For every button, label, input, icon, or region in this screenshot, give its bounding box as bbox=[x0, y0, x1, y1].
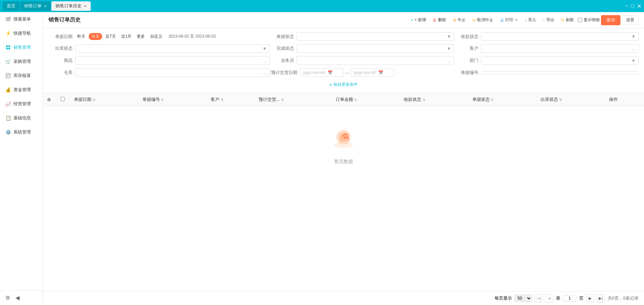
settings-icon[interactable]: ⚙ bbox=[47, 97, 51, 102]
receipt-status-label: 收款状态 bbox=[454, 34, 481, 40]
display-cols-checkbox[interactable] bbox=[578, 18, 582, 22]
date-yesterday[interactable]: 昨天 bbox=[75, 33, 87, 40]
th-expected-date-label: 预计交货... bbox=[259, 97, 280, 102]
page-next-btn[interactable]: ▶ bbox=[586, 294, 594, 302]
sidebar-settings-icon[interactable]: ⚙ bbox=[5, 295, 10, 301]
complete-status-label: 完成状态 bbox=[270, 45, 297, 51]
th-checkbox[interactable] bbox=[56, 93, 70, 106]
minimize-icon[interactable]: − bbox=[625, 3, 628, 9]
purchase-mgmt-icon: 🛒 bbox=[5, 59, 11, 64]
out-status-select[interactable]: ▼ bbox=[75, 44, 270, 53]
tab-sales-order-close[interactable]: ✕ bbox=[44, 4, 47, 8]
sidebar-item-inventory-check[interactable]: 库存核算 bbox=[0, 69, 43, 83]
sidebar-item-search-menu[interactable]: 搜索菜单 bbox=[0, 12, 43, 26]
page-prev-btn[interactable]: ◀ bbox=[545, 294, 553, 302]
new-btn[interactable]: + + 新增 bbox=[408, 16, 429, 24]
th-customer[interactable]: 客户 ⇅ bbox=[207, 93, 255, 106]
th-doc-status[interactable]: 单据状态 ⇅ bbox=[468, 93, 537, 106]
date-more[interactable]: 更多 bbox=[135, 33, 147, 40]
date-from-input[interactable]: yyyy-mm-dd 📅 bbox=[300, 69, 344, 77]
print-btn[interactable]: 🖨 打印 ▼ bbox=[497, 16, 521, 24]
status-arrow-icon: ▼ bbox=[447, 34, 451, 39]
sidebar-item-system-mgmt[interactable]: ⚙️ 系统管理 bbox=[0, 125, 43, 139]
sidebar-item-sales-mgmt[interactable]: 销售管理 bbox=[0, 40, 43, 54]
warehouse-dots-icon[interactable]: ... bbox=[263, 70, 267, 75]
th-no[interactable]: 单据编号 ⇅ bbox=[138, 93, 207, 106]
date-from-placeholder: yyyy-mm-dd bbox=[303, 70, 325, 75]
page-last-btn[interactable]: ▶| bbox=[597, 294, 605, 302]
expected-date-group: yyyy-mm-dd 📅 — yyyy-mm-dd 📅 bbox=[300, 69, 394, 77]
svg-rect-1 bbox=[6, 19, 10, 20]
th-out-status[interactable]: 出库状态 ⇅ bbox=[536, 93, 605, 106]
stop-btn[interactable]: ⊘ 中止 bbox=[450, 16, 468, 24]
sidebar-item-purchase-mgmt[interactable]: 🛒 采购管理 bbox=[0, 54, 43, 69]
salesman-input[interactable]: ... bbox=[297, 56, 454, 65]
delete-icon: 🗑 bbox=[433, 18, 437, 23]
date-custom[interactable]: 自定义 bbox=[148, 33, 164, 40]
status-label: 单据状态 bbox=[270, 34, 297, 40]
import-btn[interactable]: ↓ 导入 bbox=[522, 16, 539, 24]
goods-input[interactable]: ... bbox=[75, 56, 270, 65]
top-bar: 首页 销售订单 ✕ 销售订单历史 ✕ − □ ✕ bbox=[0, 0, 644, 12]
stop-btn-label: 中止 bbox=[458, 17, 466, 23]
th-amount[interactable]: 订单金额 ⇅ bbox=[332, 93, 400, 106]
refresh-btn[interactable]: ↻ 刷新 bbox=[558, 16, 576, 24]
sidebar-item-fund-mgmt[interactable]: 💰 资金管理 bbox=[0, 83, 43, 97]
sidebar-item-basic-info[interactable]: 📋 基础信息 bbox=[0, 111, 43, 125]
page-number-input[interactable] bbox=[563, 295, 576, 302]
th-expected-date[interactable]: 预计交货... ⇅ bbox=[255, 93, 332, 106]
export-btn[interactable]: ↑ 导出 bbox=[540, 16, 557, 24]
search-menu-icon bbox=[5, 16, 11, 22]
page-size-select[interactable]: 50 10 20 100 bbox=[515, 295, 532, 302]
collapse-row[interactable]: ∧ 收起更多条件 bbox=[48, 80, 639, 89]
page-label: 页 bbox=[579, 295, 584, 301]
th-action-label: 操作 bbox=[609, 97, 618, 102]
goods-dots-icon[interactable]: ... bbox=[263, 58, 267, 63]
date-1month[interactable]: 近1月 bbox=[119, 33, 134, 40]
page-first-btn[interactable]: |◀ bbox=[534, 294, 543, 302]
sidebar-item-quick-nav[interactable]: ⚡ 快捷导航 bbox=[0, 26, 43, 40]
receipt-status-select[interactable]: ▼ bbox=[481, 32, 639, 41]
toolbar: + + 新增 🗑 删除 ⊘ 中止 ⊙ 取消中止 🖨 打印 bbox=[408, 15, 639, 25]
customer-input[interactable]: ... bbox=[481, 44, 639, 53]
cancel-stop-btn[interactable]: ⊙ 取消中止 bbox=[470, 16, 496, 24]
sidebar-item-basic-info-label: 基础信息 bbox=[13, 115, 31, 121]
th-receipt-status[interactable]: 收款状态 ⇅ bbox=[400, 93, 468, 106]
status-select[interactable]: ▼ bbox=[297, 32, 454, 41]
tab-sales-order[interactable]: 销售订单 ✕ bbox=[20, 1, 51, 11]
date-today[interactable]: 今天 bbox=[89, 33, 102, 40]
dept-select[interactable]: ▼ bbox=[481, 56, 639, 65]
maximize-icon[interactable]: □ bbox=[631, 3, 634, 9]
select-all-checkbox[interactable] bbox=[60, 97, 65, 101]
complete-status-select[interactable]: ▼ bbox=[297, 44, 454, 53]
th-date[interactable]: 单据日期 ⇅ bbox=[70, 93, 138, 106]
query-button[interactable]: 查询 bbox=[601, 15, 620, 25]
date-to-input[interactable]: yyyy-mm-dd 📅 bbox=[351, 69, 394, 77]
close-icon[interactable]: ✕ bbox=[637, 3, 641, 9]
order-no-input[interactable] bbox=[481, 71, 639, 74]
settings-button[interactable]: 设置 bbox=[622, 15, 639, 25]
cal-to-icon[interactable]: 📅 bbox=[378, 70, 383, 75]
filter-row-3: 商品 ... 业务员 ... 部门 ▼ bbox=[48, 56, 639, 65]
data-table: ⚙ 单据日期 ⇅ 单据编号 ⇅ bbox=[43, 93, 644, 106]
delete-btn[interactable]: 🗑 删除 bbox=[430, 16, 449, 24]
tab-sales-order-history[interactable]: 销售订单历史 ✕ bbox=[51, 1, 91, 11]
customer-dots-icon[interactable]: ... bbox=[632, 46, 636, 51]
svg-line-4 bbox=[10, 18, 11, 18]
th-settings[interactable]: ⚙ bbox=[43, 93, 56, 106]
th-date-label: 单据日期 bbox=[74, 97, 91, 102]
total-text: 共0页，0条记录 bbox=[608, 295, 639, 301]
out-status-label: 出库状态 bbox=[48, 45, 75, 51]
export-icon: ↑ bbox=[543, 18, 545, 23]
salesman-dots-icon[interactable]: ... bbox=[447, 58, 451, 63]
sidebar-item-operation-mgmt[interactable]: 📈 经营管理 bbox=[0, 97, 43, 111]
tab-sales-order-history-close[interactable]: ✕ bbox=[84, 4, 87, 8]
date-7days[interactable]: 近7天 bbox=[103, 33, 118, 40]
sidebar-collapse-icon[interactable]: ◀ bbox=[15, 295, 19, 301]
sidebar: 搜索菜单 ⚡ 快捷导航 销售管理 🛒 采购管理 库存核算 💰 资金管理 📈 bbox=[0, 12, 43, 305]
cal-from-icon[interactable]: 📅 bbox=[328, 70, 333, 75]
pagination: 每页显示 50 10 20 100 |◀ ◀ 第 页 ▶ ▶| 共0页，0条记录 bbox=[43, 291, 644, 305]
sidebar-item-inventory-check-label: 库存核算 bbox=[13, 73, 31, 79]
warehouse-input[interactable]: ... bbox=[75, 68, 270, 77]
tab-home[interactable]: 首页 bbox=[3, 1, 19, 11]
